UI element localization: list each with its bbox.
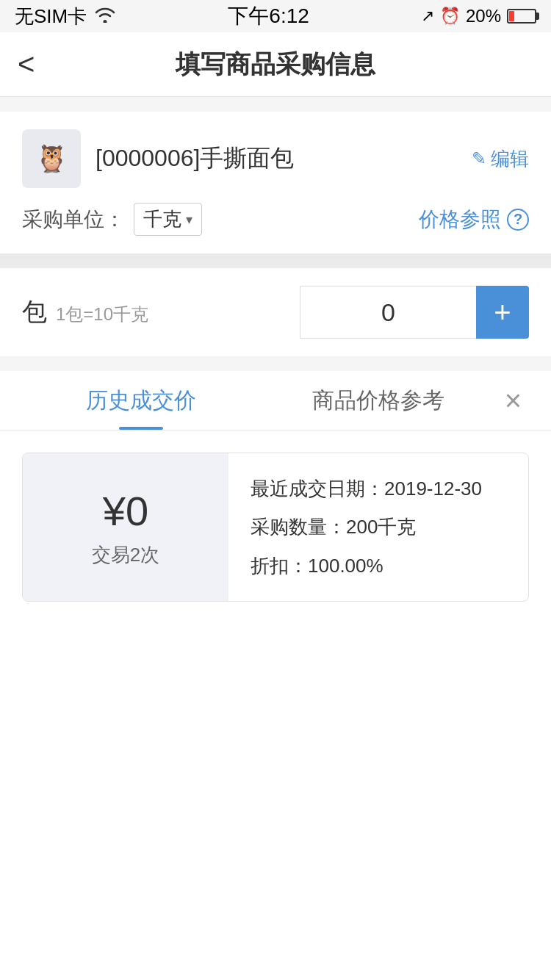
tab-product-price-ref[interactable]: 商品价格参考	[259, 371, 497, 430]
quantity-input[interactable]	[300, 286, 476, 339]
history-price-value: ¥0	[103, 488, 148, 534]
quantity-plus-button[interactable]: +	[476, 286, 529, 339]
date-value: 2019-12-30	[384, 478, 482, 500]
quantity-unit: 包	[22, 295, 47, 329]
quantity-input-group: +	[300, 286, 529, 339]
tabs-header: 历史成交价 商品价格参考 ×	[0, 371, 551, 430]
date-label: 最近成交日期：	[251, 478, 384, 500]
quantity-conversion: 1包=10千克	[56, 303, 148, 326]
edit-button[interactable]: ✎ 编辑	[472, 146, 529, 172]
tabs-container: 历史成交价 商品价格参考 × ¥0 交易2次 最近成交日期：2019-12-30…	[0, 371, 551, 624]
section-divider	[0, 253, 551, 268]
help-icon: ?	[507, 209, 529, 231]
price-ref-button[interactable]: 价格参照 ?	[419, 206, 529, 234]
back-button[interactable]: <	[18, 48, 35, 81]
tab1-label: 历史成交价	[86, 386, 196, 416]
unit-label: 采购单位：	[22, 206, 125, 234]
qty-label: 采购数量：	[251, 516, 346, 538]
tab-history-price[interactable]: 历史成交价	[22, 371, 259, 430]
unit-dropdown[interactable]: 千克 ▾	[134, 203, 202, 236]
product-header: 🦉 [0000006]手撕面包 ✎ 编辑	[22, 129, 529, 188]
status-left: 无SIM卡	[15, 4, 116, 29]
status-time: 下午6:12	[228, 2, 309, 30]
page-title: 填写商品采购信息	[176, 48, 375, 82]
product-left: 🦉 [0000006]手撕面包	[22, 129, 294, 188]
product-unit-row: 采购单位： 千克 ▾ 价格参照 ?	[22, 203, 529, 236]
tab2-label: 商品价格参考	[312, 386, 444, 416]
carrier-text: 无SIM卡	[15, 4, 87, 29]
nav-bar: < 填写商品采购信息	[0, 32, 551, 97]
unit-group: 采购单位： 千克 ▾	[22, 203, 202, 236]
bottom-area	[0, 624, 551, 980]
location-icon: ↗	[421, 7, 434, 26]
product-owl-icon: 🦉	[35, 143, 68, 174]
status-right: ↗ ⏰ 20%	[421, 6, 536, 26]
battery-percent: 20%	[466, 6, 501, 26]
edit-label: 编辑	[491, 146, 529, 172]
product-name: [0000006]手撕面包	[96, 143, 294, 175]
history-discount-row: 折扣：100.00%	[251, 552, 506, 579]
quantity-label-group: 包 1包=10千克	[22, 295, 148, 329]
unit-value: 千克	[143, 206, 181, 232]
battery-icon	[507, 9, 536, 24]
history-price-panel: ¥0 交易2次	[23, 453, 228, 601]
price-ref-label: 价格参照	[419, 206, 501, 234]
history-qty-row: 采购数量：200千克	[251, 514, 506, 540]
edit-icon: ✎	[472, 148, 486, 169]
tabs-close-button[interactable]: ×	[497, 384, 529, 417]
product-section: 🦉 [0000006]手撕面包 ✎ 编辑 采购单位： 千克 ▾ 价格参照 ?	[0, 112, 551, 253]
history-count: 交易2次	[92, 542, 159, 568]
quantity-section: 包 1包=10千克 +	[0, 268, 551, 356]
history-date-row: 最近成交日期：2019-12-30	[251, 475, 506, 502]
qty-value: 200千克	[346, 516, 416, 538]
history-price: ¥0	[103, 487, 148, 535]
status-bar: 无SIM卡 下午6:12 ↗ ⏰ 20%	[0, 0, 551, 32]
history-card: ¥0 交易2次 最近成交日期：2019-12-30 采购数量：200千克 折扣：…	[22, 453, 529, 602]
discount-label: 折扣：	[251, 555, 308, 577]
alarm-icon: ⏰	[440, 7, 460, 26]
discount-value: 100.00%	[308, 555, 383, 577]
wifi-icon	[94, 5, 116, 28]
product-thumbnail: 🦉	[22, 129, 81, 188]
tab-content: ¥0 交易2次 最近成交日期：2019-12-30 采购数量：200千克 折扣：…	[0, 430, 551, 624]
history-details-panel: 最近成交日期：2019-12-30 采购数量：200千克 折扣：100.00%	[228, 453, 528, 601]
dropdown-arrow-icon: ▾	[186, 212, 192, 228]
